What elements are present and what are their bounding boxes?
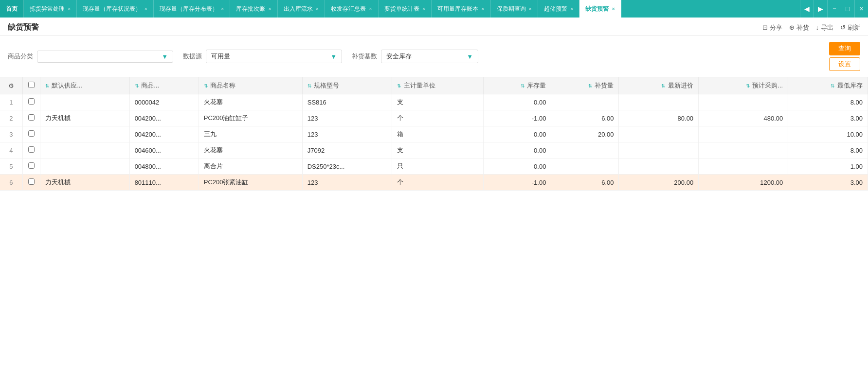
- row-checkbox[interactable]: [28, 114, 35, 121]
- table-body: 1 0000042 火花塞 SS816 支 0.00 8.00 2 力天机械 0…: [0, 94, 868, 191]
- close-tab-batch[interactable]: ×: [268, 6, 271, 12]
- filter-actions: 查询 设置: [829, 42, 860, 71]
- supplement-icon: ⊕: [789, 24, 795, 31]
- close-tab-picking[interactable]: ×: [68, 6, 71, 12]
- page-header: 缺货预警 ⊡ 分享 ⊕ 补货 ↓ 导出 ↺ 刷新: [0, 18, 868, 36]
- tab-available[interactable]: 可用量库存账本 ×: [432, 0, 490, 18]
- row-supplement-cell: [551, 94, 619, 110]
- datasource-chevron-icon: ▼: [330, 53, 337, 60]
- tab-close-btn[interactable]: ×: [854, 0, 868, 18]
- row-supplier-cell: 力天机械: [40, 110, 129, 126]
- spec-col-header: ⇅ 规格型号: [302, 77, 392, 94]
- datasource-select[interactable]: 可用量 ▼: [206, 50, 342, 63]
- close-tab-summary[interactable]: ×: [369, 6, 372, 12]
- datasource-label: 数据源: [183, 52, 202, 61]
- close-tab-shortage[interactable]: ×: [612, 6, 615, 12]
- row-min-stock-cell: 8.00: [788, 94, 868, 110]
- row-spec-cell: SS816: [302, 94, 392, 110]
- row-sku-cell: 004200...: [129, 126, 199, 142]
- tab-nav-buttons: ◀ ▶ － □ ×: [800, 0, 868, 18]
- unit-sort-icon: ⇅: [397, 83, 401, 88]
- tab-stock-dist[interactable]: 现存量（库存分布表） ×: [154, 0, 230, 18]
- stock-col-header: ⇅ 库存量: [484, 77, 551, 94]
- row-checkbox[interactable]: [28, 178, 35, 185]
- close-tab-expiry[interactable]: ×: [529, 6, 532, 12]
- category-select[interactable]: ▼: [37, 51, 173, 63]
- row-supplement-cell: [551, 142, 619, 158]
- tab-stock-status[interactable]: 现存量（库存状况表） ×: [77, 0, 153, 18]
- row-unit-cell: 个: [392, 175, 484, 191]
- tab-shortage[interactable]: 缺货预警 ×: [579, 0, 621, 18]
- row-checkbox[interactable]: [28, 146, 35, 153]
- min-stock-col-header: ⇅ 最低库存: [788, 77, 868, 94]
- settings-button[interactable]: 设置: [829, 57, 860, 71]
- close-tab-available[interactable]: ×: [481, 6, 484, 12]
- select-all-checkbox[interactable]: [28, 82, 35, 88]
- tab-batch[interactable]: 库存批次账 ×: [230, 0, 277, 18]
- row-spec-cell: DS250*23c...: [302, 158, 392, 175]
- row-stock-cell: 0.00: [484, 126, 551, 142]
- basis-select[interactable]: 安全库存 ▼: [381, 50, 478, 63]
- settings-col-header[interactable]: ⚙: [0, 77, 22, 94]
- row-checkbox[interactable]: [28, 98, 35, 105]
- row-supplier-cell: [40, 126, 129, 142]
- header-actions: ⊡ 分享 ⊕ 补货 ↓ 导出 ↺ 刷新: [762, 23, 861, 32]
- name-sort-icon: ⇅: [204, 83, 208, 88]
- row-checkbox[interactable]: [28, 162, 35, 169]
- row-cb-cell[interactable]: [22, 175, 40, 191]
- tab-maximize-btn[interactable]: □: [841, 0, 854, 18]
- row-sku-cell: 004200...: [129, 110, 199, 126]
- query-button[interactable]: 查询: [829, 42, 860, 55]
- estimate-sort-icon: ⇅: [746, 83, 750, 88]
- row-name-cell: PC200油缸缸子: [199, 110, 302, 126]
- unit-col-header: ⇅ 主计量单位: [392, 77, 484, 94]
- close-tab-stock-status[interactable]: ×: [144, 6, 147, 12]
- row-cb-cell[interactable]: [22, 158, 40, 175]
- row-cb-cell[interactable]: [22, 126, 40, 142]
- row-spec-cell: J7092: [302, 142, 392, 158]
- table-row: 2 力天机械 004200... PC200油缸缸子 123 个 -1.00 6…: [0, 110, 868, 126]
- row-cb-cell[interactable]: [22, 142, 40, 158]
- row-sku-cell: 004600...: [129, 142, 199, 158]
- close-tab-flow[interactable]: ×: [316, 6, 319, 12]
- row-num-cell: 4: [0, 142, 22, 158]
- row-supplier-cell: [40, 158, 129, 175]
- close-tab-stock-dist[interactable]: ×: [221, 6, 224, 12]
- share-button[interactable]: ⊡ 分享: [762, 23, 782, 32]
- table-row: 6 力天机械 801110... PC200张紧油缸 123 个 -1.00 6…: [0, 175, 868, 191]
- row-cb-cell[interactable]: [22, 110, 40, 126]
- refresh-button[interactable]: ↺ 刷新: [840, 23, 860, 32]
- table-row: 5 004800... 离合片 DS250*23c... 只 0.00 1.00: [0, 158, 868, 175]
- row-min-stock-cell: 3.00: [788, 175, 868, 191]
- supplement-button[interactable]: ⊕ 补货: [789, 23, 809, 32]
- tab-flow[interactable]: 出入库流水 ×: [278, 0, 325, 18]
- row-num-cell: 6: [0, 175, 22, 191]
- table-row: 1 0000042 火花塞 SS816 支 0.00 8.00: [0, 94, 868, 110]
- close-tab-overstock[interactable]: ×: [570, 6, 573, 12]
- row-estimate-cell: [699, 94, 788, 110]
- row-latest-price-cell: [619, 94, 699, 110]
- basis-value: 安全库存: [386, 52, 412, 61]
- tab-summary[interactable]: 收发存汇总表 ×: [325, 0, 378, 18]
- checkbox-col-header[interactable]: [22, 77, 40, 94]
- row-latest-price-cell: [619, 158, 699, 175]
- tab-next-btn[interactable]: ▶: [814, 0, 827, 18]
- tab-minimize-btn[interactable]: －: [827, 0, 841, 18]
- close-tab-requisition[interactable]: ×: [422, 6, 425, 12]
- supplement-sort-icon: ⇅: [588, 83, 592, 88]
- export-icon: ↓: [816, 24, 819, 31]
- tab-picking[interactable]: 拣货异常处理 ×: [24, 0, 77, 18]
- tab-home[interactable]: 首页: [0, 0, 24, 18]
- tab-requisition[interactable]: 要货单统计表 ×: [379, 0, 432, 18]
- row-num-cell: 5: [0, 158, 22, 175]
- gear-icon: ⚙: [8, 82, 14, 89]
- row-latest-price-cell: [619, 142, 699, 158]
- tab-overstock[interactable]: 超储预警 ×: [538, 0, 579, 18]
- row-checkbox[interactable]: [28, 130, 35, 137]
- row-stock-cell: 0.00: [484, 94, 551, 110]
- tab-expiry[interactable]: 保质期查询 ×: [491, 0, 538, 18]
- row-min-stock-cell: 3.00: [788, 110, 868, 126]
- row-cb-cell[interactable]: [22, 94, 40, 110]
- export-button[interactable]: ↓ 导出: [816, 23, 834, 32]
- tab-prev-btn[interactable]: ◀: [800, 0, 814, 18]
